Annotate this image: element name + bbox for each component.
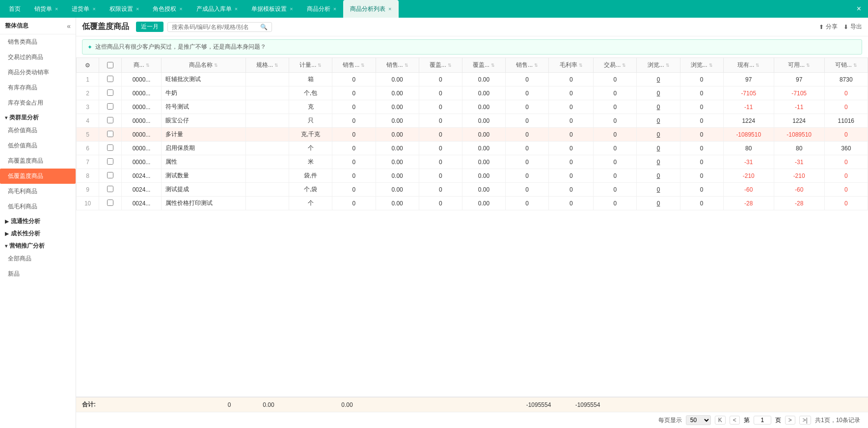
sidebar-item-inventory-capital[interactable]: 库存资金占用	[0, 95, 76, 111]
close-icon[interactable]: ×	[55, 6, 58, 12]
first-page-button[interactable]: K	[715, 416, 726, 425]
row-name-cell[interactable]: 测试数量	[162, 169, 246, 183]
prev-page-button[interactable]: <	[730, 416, 740, 425]
nav-tab-analysis[interactable]: 商品分析 ×	[300, 0, 343, 18]
row-name-cell[interactable]: 启用保质期	[162, 142, 246, 155]
search-input[interactable]	[172, 24, 260, 30]
row-checkbox[interactable]	[107, 76, 113, 82]
row-browse1-cell[interactable]: 0	[637, 73, 680, 86]
row-checkbox-cell[interactable]	[99, 128, 122, 142]
row-name-cell[interactable]: 多计量	[162, 128, 246, 142]
row-checkbox[interactable]	[107, 117, 113, 123]
nav-tab-purchase[interactable]: 进货单 ×	[65, 0, 102, 18]
row-checkbox[interactable]	[107, 144, 113, 151]
col-header-stock2[interactable]: 可用...⇅	[774, 58, 824, 73]
row-checkbox-cell[interactable]	[99, 114, 122, 128]
page-size-select[interactable]: 50 100 200	[686, 415, 711, 425]
close-icon[interactable]: ×	[388, 6, 391, 12]
sidebar-item-category-turnover[interactable]: 商品分类动销率	[0, 65, 76, 80]
nav-tab-home[interactable]: 首页	[2, 0, 27, 18]
row-checkbox-cell[interactable]	[99, 169, 122, 183]
col-header-margin[interactable]: 毛利率⇅	[549, 58, 594, 73]
row-name-cell[interactable]: 属性	[162, 155, 246, 169]
time-filter-button[interactable]: 近一月	[136, 22, 163, 32]
row-name-cell[interactable]: 测试提成	[162, 183, 246, 197]
row-checkbox[interactable]	[107, 172, 113, 178]
share-button[interactable]: ⬆ 分享	[819, 23, 838, 31]
sidebar-item-all-goods[interactable]: 全部商品	[0, 251, 76, 266]
sidebar-section-marketing[interactable]: ▾ 营销推广分析	[0, 239, 76, 251]
sidebar-section-growth[interactable]: ▶ 成长性分析	[0, 227, 76, 239]
row-browse1-cell[interactable]: 0	[637, 128, 680, 142]
window-close-button[interactable]: ×	[852, 4, 866, 13]
sidebar-section-circulation[interactable]: ▶ 流通性分析	[0, 214, 76, 227]
col-header-unit[interactable]: 计量...⇅	[289, 58, 332, 73]
col-header-name[interactable]: 商品名称⇅	[162, 58, 246, 73]
sidebar-item-stock-goods[interactable]: 有库存商品	[0, 80, 76, 95]
row-browse1-cell[interactable]: 0	[637, 197, 680, 210]
select-all-checkbox[interactable]	[107, 62, 113, 68]
nav-tab-sales[interactable]: 销货单 ×	[27, 0, 65, 18]
col-header-sales3[interactable]: 销售...⇅	[505, 58, 548, 73]
next-page-button[interactable]: >	[785, 416, 795, 425]
row-checkbox-cell[interactable]	[99, 197, 122, 210]
nav-tab-role[interactable]: 角色授权 ×	[146, 0, 189, 18]
row-browse1-cell[interactable]: 0	[637, 155, 680, 169]
page-number-input[interactable]	[754, 416, 771, 425]
row-name-cell[interactable]: 符号测试	[162, 100, 246, 114]
col-header-code[interactable]: 商...⇅	[121, 58, 162, 73]
col-header-stock1[interactable]: 现有...⇅	[723, 58, 774, 73]
close-icon[interactable]: ×	[92, 6, 95, 12]
row-checkbox-cell[interactable]	[99, 73, 122, 86]
row-checkbox[interactable]	[107, 89, 113, 96]
row-name-cell[interactable]: 旺辅批次测试	[162, 73, 246, 86]
row-browse1-cell[interactable]: 0	[637, 169, 680, 183]
col-header-spec[interactable]: 规格...⇅	[246, 58, 289, 73]
sidebar-item-high-margin[interactable]: 高毛利商品	[0, 184, 76, 199]
sidebar-item-low-value[interactable]: 低价值商品	[0, 138, 76, 153]
close-icon[interactable]: ×	[290, 6, 293, 12]
row-browse1-cell[interactable]: 0	[637, 183, 680, 197]
sidebar-item-low-coverage[interactable]: 低覆盖度商品	[0, 169, 76, 184]
row-name-cell[interactable]: 眼宝公仔	[162, 114, 246, 128]
close-icon[interactable]: ×	[235, 6, 238, 12]
row-checkbox[interactable]	[107, 103, 113, 110]
export-button[interactable]: ⬇ 导出	[843, 23, 862, 31]
row-checkbox-cell[interactable]	[99, 100, 122, 114]
close-icon[interactable]: ×	[333, 6, 336, 12]
col-header-coverage1[interactable]: 覆盖...⇅	[419, 58, 462, 73]
row-checkbox[interactable]	[107, 131, 113, 137]
row-name-cell[interactable]: 属性价格打印测试	[162, 197, 246, 210]
search-icon[interactable]: 🔍	[260, 24, 268, 30]
row-checkbox-cell[interactable]	[99, 86, 122, 100]
close-icon[interactable]: ×	[179, 6, 182, 12]
nav-tab-permissions[interactable]: 权限设置 ×	[103, 0, 146, 18]
sidebar-item-new-goods[interactable]: 新品	[0, 266, 76, 282]
col-header-coverage2[interactable]: 覆盖...⇅	[462, 58, 505, 73]
col-header-sales1[interactable]: 销售...⇅	[332, 58, 376, 73]
row-checkbox[interactable]	[107, 200, 113, 206]
row-browse1-cell[interactable]: 0	[637, 114, 680, 128]
col-header-stock3[interactable]: 可销...⇅	[824, 58, 868, 73]
row-checkbox[interactable]	[107, 158, 113, 165]
row-browse1-cell[interactable]: 0	[637, 142, 680, 155]
sidebar-item-high-coverage[interactable]: 高覆盖度商品	[0, 153, 76, 169]
row-checkbox[interactable]	[107, 186, 113, 192]
nav-tab-template[interactable]: 单据模板设置 ×	[244, 0, 299, 18]
sidebar-item-traded-goods[interactable]: 交易过的商品	[0, 50, 76, 65]
sidebar-section-cluster[interactable]: ▾ 类群里分析	[0, 111, 76, 123]
nav-tab-analysis-list[interactable]: 商品分析列表 ×	[343, 0, 398, 18]
row-browse1-cell[interactable]: 0	[637, 86, 680, 100]
row-browse1-cell[interactable]: 0	[637, 100, 680, 114]
row-checkbox-cell[interactable]	[99, 155, 122, 169]
sidebar-item-sales-goods[interactable]: 销售类商品	[0, 34, 76, 50]
col-header-browse1[interactable]: 浏览...⇅	[637, 58, 680, 73]
nav-tab-product-entry[interactable]: 产成品入库单 ×	[190, 0, 244, 18]
close-icon[interactable]: ×	[136, 6, 139, 12]
last-page-button[interactable]: >|	[799, 416, 811, 425]
sidebar-item-low-margin[interactable]: 低毛利商品	[0, 199, 76, 214]
col-header-sales2[interactable]: 销售...⇅	[376, 58, 419, 73]
col-header-browse2[interactable]: 浏览...⇅	[680, 58, 723, 73]
col-header-transaction[interactable]: 交易...⇅	[594, 58, 637, 73]
sidebar-item-high-value[interactable]: 高价值商品	[0, 123, 76, 138]
